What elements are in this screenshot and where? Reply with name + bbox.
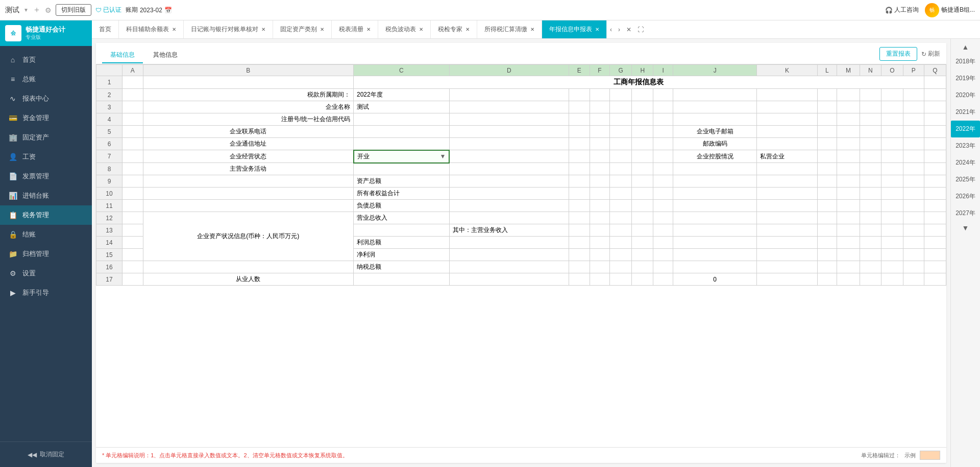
cell-15-P[interactable] [903,249,924,261]
year-scroll-down[interactable]: ▼ [951,222,980,234]
cell-16-A[interactable] [122,261,143,273]
cell-4-B[interactable]: 注册号/统一社会信用代码 [143,113,353,126]
cell-6-F[interactable] [590,138,609,150]
cell-9-C[interactable]: 资产总额 [354,175,450,188]
cell-8-G[interactable] [610,163,632,175]
cell-5-N[interactable] [860,126,881,138]
cell-16-O[interactable] [881,261,903,273]
cell-7-I[interactable] [653,150,673,163]
cell-13-P[interactable] [903,224,924,237]
cell-15-D[interactable] [449,249,569,261]
cell-15-H[interactable] [632,249,653,261]
cell-17-J[interactable]: 0 [673,273,757,286]
cell-8-P[interactable] [903,163,924,175]
cell-12-A[interactable] [122,212,143,224]
cell-16-P[interactable] [903,261,924,273]
tab-close-all[interactable]: ✕ [623,20,634,38]
cell-17-N[interactable] [860,273,881,286]
cell-1-Q[interactable] [924,76,946,89]
cell-16-C[interactable]: 纳税总额 [354,261,450,273]
year-item-2018年[interactable]: 2018年 [951,53,980,70]
cell-13-C[interactable] [354,224,450,237]
cell-17-K[interactable] [757,273,817,286]
cell-13-H[interactable] [632,224,653,237]
cell-16-D[interactable] [449,261,569,273]
tab-nav-next[interactable]: › [615,20,623,38]
cell-5-O[interactable] [881,126,903,138]
cell-3-N[interactable] [860,101,881,113]
cell-2-P[interactable] [903,89,924,101]
sidebar-item-purchase[interactable]: 📊进销台账 [0,186,92,205]
support-button[interactable]: 🎧 人工咨询 [885,6,919,14]
cell-14-G[interactable] [610,237,632,249]
cell-9-D[interactable] [449,175,569,188]
cell-14-O[interactable] [881,237,903,249]
cell-8-C[interactable] [354,163,450,175]
cell-7-C[interactable]: 开业▼ [354,150,450,163]
cell-10-Q[interactable] [924,188,946,200]
cell-11-L[interactable] [817,200,837,212]
cell-10-J[interactable] [673,188,757,200]
cell-4-E[interactable] [569,113,590,126]
cell-15-I[interactable] [653,249,673,261]
sidebar-item-close[interactable]: 🔒结账 [0,225,92,244]
cell-3-L[interactable] [817,101,837,113]
cell-9-O[interactable] [881,175,903,188]
year-item-2024年[interactable]: 2024年 [951,154,980,171]
cell-2-L[interactable] [817,89,837,101]
cell-12-F[interactable] [590,212,609,224]
cell-10-D[interactable] [449,188,569,200]
year-item-2026年[interactable]: 2026年 [951,188,980,205]
cell-6-B[interactable]: 企业通信地址 [143,138,353,150]
cell-3-Q[interactable] [924,101,946,113]
cell-11-D[interactable] [449,200,569,212]
cell-13-J[interactable] [673,224,757,237]
cell-17-H[interactable] [632,273,653,286]
cell-4-L[interactable] [817,113,837,126]
cell-12-P[interactable] [903,212,924,224]
cell-16-J[interactable] [673,261,757,273]
tab-close-icon[interactable]: ✕ [419,27,423,32]
dropdown-arrow-icon[interactable]: ▼ [23,7,29,13]
cell-12-Q[interactable] [924,212,946,224]
cell-9-G[interactable] [610,175,632,188]
cell-9-N[interactable] [860,175,881,188]
cell-2-G[interactable] [610,89,632,101]
cell-16-F[interactable] [590,261,609,273]
cell-14-N[interactable] [860,237,881,249]
cell-10-H[interactable] [632,188,653,200]
cell-3-J[interactable] [673,101,757,113]
cell-14-K[interactable] [757,237,817,249]
cell-15-F[interactable] [590,249,609,261]
cell-8-A[interactable] [122,163,143,175]
cell-14-F[interactable] [590,237,609,249]
cell-16-Q[interactable] [924,261,946,273]
cell-4-D[interactable] [449,113,569,126]
cell-15-K[interactable] [757,249,817,261]
cell-12-E[interactable] [569,212,590,224]
tab-expand-icon[interactable]: ⛶ [634,20,647,38]
cell-12-M[interactable] [837,212,860,224]
cell-10-P[interactable] [903,188,924,200]
cell-14-I[interactable] [653,237,673,249]
cell-17-D[interactable] [449,273,569,286]
cell-6-Q[interactable] [924,138,946,150]
cell-9-E[interactable] [569,175,590,188]
cell-16-G[interactable] [610,261,632,273]
cell-15-A[interactable] [122,249,143,261]
cell-11-E[interactable] [569,200,590,212]
cell-14-L[interactable] [817,237,837,249]
cell-16-I[interactable] [653,261,673,273]
cell-16-K[interactable] [757,261,817,273]
tab-tax-expert[interactable]: 税检专家✕ [431,20,477,38]
cell-8-E[interactable] [569,163,590,175]
cell-5-F[interactable] [590,126,609,138]
cell-7-D[interactable] [449,150,569,163]
tab-home[interactable]: 首页 [92,20,119,38]
year-item-2025年[interactable]: 2025年 [951,171,980,188]
cell-6-C[interactable] [354,138,450,150]
cell-1-A[interactable] [122,76,143,89]
cell-9-F[interactable] [590,175,609,188]
cell-10-N[interactable] [860,188,881,200]
cell-4-F[interactable] [590,113,609,126]
